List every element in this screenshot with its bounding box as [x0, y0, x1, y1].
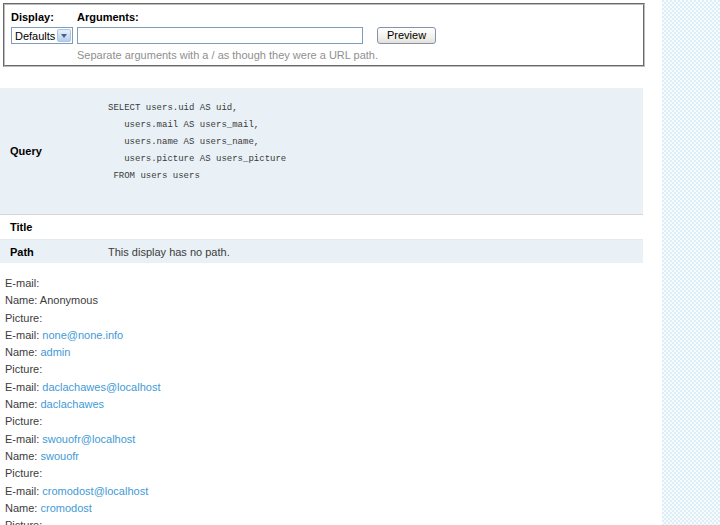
result-field-picture: Picture:	[5, 413, 662, 430]
display-select[interactable]: Defaults	[11, 27, 73, 44]
picture-field-label: Picture:	[5, 415, 42, 427]
path-row-label: Path	[0, 240, 108, 263]
name-field-label: Name:	[5, 294, 40, 306]
email-field-label: E-mail:	[5, 381, 42, 393]
name-link[interactable]: daclachawes	[40, 398, 104, 410]
result-field-name: Name: cromodost	[5, 500, 662, 517]
display-select-value: Defaults	[15, 30, 55, 42]
preview-meta-table: Query SELECT users.uid AS uid, users.mai…	[0, 88, 643, 263]
title-row: Title	[0, 214, 643, 239]
email-link[interactable]: daclachawes@localhost	[42, 381, 160, 393]
preview-arguments-fieldset: Display: Defaults Arguments: Preview Sep…	[3, 3, 645, 67]
arguments-input[interactable]	[77, 27, 363, 44]
result-field-picture: Picture:	[5, 517, 662, 525]
email-link[interactable]: swouofr@localhost	[42, 433, 135, 445]
name-field-label: Name:	[5, 502, 40, 514]
preview-button[interactable]: Preview	[377, 27, 436, 44]
title-row-label: Title	[0, 215, 108, 239]
picture-field-label: Picture:	[5, 467, 42, 479]
email-link[interactable]: cromodost@localhost	[42, 485, 148, 497]
name-link[interactable]: cromodost	[40, 502, 91, 514]
email-link[interactable]: none@none.info	[42, 329, 123, 341]
main-content: Display: Defaults Arguments: Preview Sep…	[0, 0, 662, 525]
chevron-down-icon	[61, 34, 67, 38]
result-field-email: E-mail: none@none.info	[5, 327, 662, 344]
result-field-email: E-mail: cromodost@localhost	[5, 483, 662, 500]
path-row-value: This display has no path.	[108, 240, 643, 263]
result-field-email: E-mail: swouofr@localhost	[5, 431, 662, 448]
result-field-picture: Picture:	[5, 310, 662, 327]
query-row: Query SELECT users.uid AS uid, users.mai…	[0, 88, 643, 214]
name-field-label: Name:	[5, 450, 40, 462]
email-field-label: E-mail:	[5, 329, 42, 341]
title-row-value	[108, 215, 643, 239]
results-list: E-mail: Name: AnonymousPicture: E-mail: …	[5, 275, 662, 525]
query-sql-text: SELECT users.uid AS uid, users.mail AS u…	[108, 100, 286, 185]
display-field-group: Display: Defaults	[11, 10, 77, 61]
arguments-field-group: Arguments: Preview Separate arguments wi…	[77, 10, 635, 61]
path-row: Path This display has no path.	[0, 239, 643, 263]
result-field-email: E-mail: daclachawes@localhost	[5, 379, 662, 396]
result-field-name: Name: swouofr	[5, 448, 662, 465]
picture-field-label: Picture:	[5, 363, 42, 375]
result-field-picture: Picture:	[5, 465, 662, 482]
picture-field-label: Picture:	[5, 519, 42, 525]
result-field-name: Name: daclachawes	[5, 396, 662, 413]
result-field-name: Name: Anonymous	[5, 292, 662, 309]
select-dropdown-button[interactable]	[57, 29, 71, 42]
email-field-label: E-mail:	[5, 433, 42, 445]
result-field-picture: Picture:	[5, 361, 662, 378]
picture-field-label: Picture:	[5, 312, 42, 324]
email-field-label: E-mail:	[5, 277, 39, 289]
arguments-help-text: Separate arguments with a / as though th…	[77, 49, 635, 61]
query-row-label: Query	[0, 88, 108, 214]
name-link[interactable]: admin	[40, 346, 70, 358]
name-field-label: Name:	[5, 398, 40, 410]
email-field-label: E-mail:	[5, 485, 42, 497]
name-field-label: Name:	[5, 346, 40, 358]
name-link[interactable]: swouofr	[40, 450, 79, 462]
arguments-label: Arguments:	[77, 11, 635, 23]
display-label: Display:	[11, 11, 77, 23]
result-field-name: Name: admin	[5, 344, 662, 361]
name-value: Anonymous	[40, 294, 98, 306]
result-field-email: E-mail:	[5, 275, 662, 292]
